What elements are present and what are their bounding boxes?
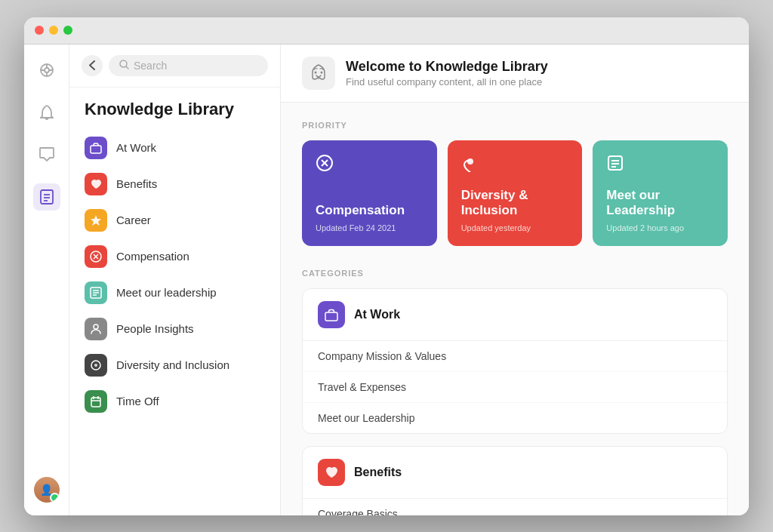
card-icon	[606, 154, 714, 177]
workspace-icon[interactable]	[33, 57, 60, 84]
card-updated: Updated 2 hours ago	[606, 223, 714, 232]
nav-item-label: Benefits	[116, 177, 157, 190]
sidebar-item[interactable]: People Insights	[69, 311, 280, 347]
nav-item-label: Meet our leadership	[116, 286, 217, 299]
header-icon	[302, 57, 335, 90]
left-panel: Knowledge Library At Work Benefits Caree…	[69, 45, 281, 515]
notification-icon[interactable]	[33, 99, 60, 126]
priority-card[interactable]: Compensation Updated Feb 24 2021	[302, 140, 437, 246]
icon-nav: 👤	[24, 45, 69, 515]
category-icon	[318, 459, 345, 486]
header-text: Welcome to Knowledge Library Find useful…	[346, 59, 548, 88]
category-name: Benefits	[354, 466, 402, 479]
chat-icon[interactable]	[33, 141, 60, 168]
card-updated: Updated yesterday	[461, 223, 569, 232]
card-title: Meet our Leadership	[606, 188, 714, 219]
category-icon	[318, 301, 345, 328]
nav-item-label: Compensation	[116, 250, 189, 263]
categories-label: CATEGORIES	[302, 269, 728, 278]
search-input-wrap[interactable]	[109, 55, 268, 76]
sidebar-item[interactable]: Diversity and Inclusion	[69, 347, 280, 383]
nav-item-icon	[85, 173, 107, 195]
back-button[interactable]	[82, 55, 103, 76]
nav-item-label: At Work	[116, 141, 156, 154]
category-header: At Work	[303, 289, 727, 341]
card-title: Compensation	[316, 203, 423, 218]
category-block: At Work Company Mission & Values Travel …	[302, 288, 728, 434]
svg-point-23	[94, 364, 97, 367]
main-header: Welcome to Knowledge Library Find useful…	[281, 45, 749, 103]
svg-point-28	[315, 71, 317, 73]
svg-rect-6	[41, 190, 53, 204]
nav-item-icon	[85, 209, 107, 232]
avatar-icon[interactable]: 👤	[33, 476, 60, 503]
sidebar-item[interactable]: Meet our leadership	[69, 275, 280, 311]
traffic-lights	[35, 26, 72, 35]
nav-item-label: Career	[116, 214, 151, 226]
svg-rect-24	[91, 398, 100, 407]
sidebar-item[interactable]: Career	[69, 202, 280, 238]
nav-item-label: Time Off	[116, 395, 159, 407]
close-button[interactable]	[35, 26, 44, 35]
category-block: Benefits Coverage Basics Health & Wellne…	[302, 446, 728, 515]
maximize-button[interactable]	[63, 26, 72, 35]
content-area: PRIORITY Compensation Updated Feb 24 202…	[281, 103, 749, 515]
priority-card[interactable]: Diversity & Inclusion Updated yesterday	[448, 140, 583, 246]
category-header: Benefits	[303, 447, 727, 499]
nav-item-icon	[85, 245, 107, 268]
sidebar-item[interactable]: Time Off	[69, 383, 280, 420]
category-item[interactable]: Company Mission & Values	[303, 341, 727, 372]
app-window: 👤	[24, 17, 749, 515]
main-content: Welcome to Knowledge Library Find useful…	[281, 45, 749, 515]
category-item[interactable]: Travel & Expenses	[303, 372, 727, 403]
svg-point-1	[45, 68, 49, 72]
app-body: 👤	[24, 45, 749, 515]
nav-item-icon	[85, 354, 107, 377]
nav-item-icon	[85, 281, 107, 304]
svg-rect-38	[325, 312, 337, 321]
card-icon	[461, 154, 569, 177]
svg-marker-13	[91, 215, 101, 226]
minimize-button[interactable]	[49, 26, 58, 35]
svg-point-21	[94, 324, 98, 329]
priority-card[interactable]: Meet our Leadership Updated 2 hours ago	[593, 140, 728, 246]
category-item[interactable]: Meet our Leadership	[303, 403, 727, 433]
nav-item-label: Diversity and Inclusion	[116, 358, 229, 371]
nav-item-label: People Insights	[116, 322, 194, 335]
priority-label: PRIORITY	[302, 121, 728, 130]
card-updated: Updated Feb 24 2021	[316, 223, 423, 232]
svg-rect-12	[91, 146, 101, 153]
sidebar-item[interactable]: Compensation	[69, 238, 280, 275]
priority-cards: Compensation Updated Feb 24 2021 Diversi…	[302, 140, 728, 246]
nav-list: At Work Benefits Career Compensation Mee…	[69, 127, 280, 515]
svg-point-29	[321, 71, 323, 73]
category-name: At Work	[354, 308, 400, 321]
svg-line-11	[126, 66, 128, 69]
card-title: Diversity & Inclusion	[461, 188, 569, 219]
search-bar	[69, 45, 280, 88]
header-title: Welcome to Knowledge Library	[346, 59, 548, 75]
search-input[interactable]	[134, 60, 257, 72]
titlebar	[24, 17, 749, 45]
library-icon[interactable]	[33, 183, 60, 211]
nav-item-icon	[85, 390, 107, 413]
nav-item-icon	[85, 318, 107, 340]
search-icon	[119, 60, 129, 72]
card-icon	[316, 154, 423, 177]
category-item[interactable]: Coverage Basics	[303, 499, 727, 515]
categories-section: At Work Company Mission & Values Travel …	[302, 288, 728, 515]
library-title: Knowledge Library	[69, 88, 280, 127]
nav-item-icon	[85, 137, 107, 159]
sidebar-item[interactable]: Benefits	[69, 166, 280, 202]
sidebar-item[interactable]: At Work	[69, 130, 280, 166]
header-subtitle: Find useful company content, all in one …	[346, 76, 548, 88]
